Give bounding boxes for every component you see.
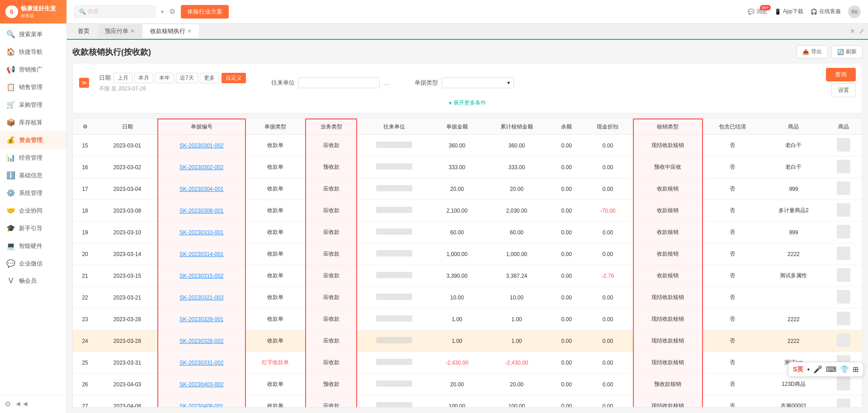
filter-date-opt-上月[interactable]: 上月 (113, 73, 132, 83)
voucher-link-4[interactable]: SK-20230310-001 (179, 229, 223, 236)
voucher-link-6[interactable]: SK-20230315-002 (179, 273, 223, 279)
tab-collection[interactable]: 收款核销执行✕ (143, 24, 199, 38)
table-cell-11-9: 0.00 (583, 374, 633, 395)
table-cell-2-5 (357, 178, 431, 200)
voucher-link-5[interactable]: SK-20230314-001 (179, 251, 223, 257)
filter-dots[interactable]: ... (383, 79, 389, 87)
filter-date-opt-近7天[interactable]: 近7天 (176, 73, 198, 83)
table-cell-4-4: 应收款 (306, 222, 357, 243)
sidebar-item-quicknav[interactable]: 🏠快捷导航 (0, 43, 66, 61)
sidebar-icon-enterprise: 🤝 (6, 206, 15, 215)
table-row: 242023-03-28SK-20230328-002收款单应收款1.001.0… (73, 330, 862, 352)
sidebar-label-basic: 基础信息 (19, 171, 42, 180)
topbar-gear-icon[interactable]: ⚙ (169, 7, 175, 16)
ime-dot-icon[interactable]: • (807, 366, 810, 374)
solution-button[interactable]: 体验行业方案 (181, 5, 229, 19)
voucher-link-12[interactable]: SK-20230408-001 (179, 403, 223, 408)
user-avatar[interactable]: Rit (848, 5, 861, 18)
table-header-row: ⚙日期单据编号单据类型业务类型往来单位单据金额累计核销金额余额现金折扣核销类型包… (73, 119, 862, 135)
filter-settings-button[interactable]: 设置 (831, 83, 856, 97)
topbar-online-service[interactable]: 🎧 在线客服 (811, 8, 841, 15)
sidebar-item-purchase[interactable]: 🛒采购管理 (0, 96, 66, 114)
table-cell-7-8: 0.00 (551, 287, 583, 309)
sidebar-item-system[interactable]: ⚙️系统管理 (0, 184, 66, 202)
table-cell-1-13 (826, 157, 862, 178)
sidebar-item-marketing[interactable]: 📢营销推广 (0, 61, 66, 78)
sidebar-settings-icon[interactable]: ⚙ (5, 400, 11, 408)
ime-shirt-icon[interactable]: 👕 (840, 365, 849, 374)
tab-home[interactable]: 首页 (71, 24, 97, 38)
tab-payable[interactable]: 预应付单✕ (98, 24, 142, 38)
export-icon: 📤 (802, 49, 809, 55)
voucher-link-0[interactable]: SK-20230301-002 (179, 142, 223, 149)
table-cell-9-5 (357, 330, 431, 352)
sidebar-item-basic[interactable]: ℹ️基础信息 (0, 166, 66, 184)
sidebar-item-hardware[interactable]: 💻智能硬件 (0, 237, 66, 255)
sidebar-item-enterprise[interactable]: 🤝企业协同 (0, 202, 66, 219)
voucher-type-select[interactable]: ▾ (442, 77, 514, 88)
table-cell-0-12: 老白干 (762, 135, 826, 157)
filter-date-opt-本月[interactable]: 本月 (134, 73, 153, 83)
table-cell-1-12: 老白干 (762, 157, 826, 178)
export-button[interactable]: 📤 导出 (797, 45, 828, 58)
sidebar-item-wechat[interactable]: 💬企业微信 (0, 255, 66, 272)
filter-date-opt-更多[interactable]: 更多 (200, 73, 219, 83)
table-cell-9-11: 否 (703, 330, 762, 352)
tab-close-collection[interactable]: ✕ (187, 28, 192, 34)
voucher-link-8[interactable]: SK-20230328-001 (179, 316, 223, 323)
sidebar-label-operation: 经营管理 (19, 154, 42, 162)
table-cell-5-2: SK-20230314-001 (158, 243, 245, 265)
ime-mic-icon[interactable]: 🎤 (813, 365, 822, 374)
sidebar-item-inventory[interactable]: 📦库存核算 (0, 114, 66, 131)
tab-close-payable[interactable]: ✕ (130, 28, 135, 34)
table-cell-8-4: 应收款 (306, 309, 357, 330)
sidebar-item-operation[interactable]: 📊经营管理 (0, 149, 66, 166)
filter-expand-more-row[interactable]: ▾ 展开更多条件 (79, 97, 856, 109)
table-cell-10-0: 25 (73, 352, 97, 374)
table-cell-1-2: SK-20230302-002 (158, 157, 245, 178)
filter-custom-date-button[interactable]: 自定义 (222, 73, 246, 83)
filter-date-opt-本年[interactable]: 本年 (155, 73, 174, 83)
voucher-link-11[interactable]: SK-20230403-002 (179, 381, 223, 388)
sidebar-item-finance[interactable]: 💰资金管理 (0, 131, 66, 149)
sidebar-icon-operation: 📊 (6, 153, 15, 162)
table-cell-4-12: 999 (762, 222, 826, 243)
table-cell-12-3: 收款单 (245, 395, 306, 408)
voucher-link-1[interactable]: SK-20230302-002 (179, 164, 223, 171)
filter-expand-button[interactable]: ≫ (79, 78, 89, 88)
topbar-messages[interactable]: 💬 消息 99+ (748, 8, 767, 15)
topbar-dropdown-arrow[interactable]: ▾ (161, 9, 164, 15)
sidebar-item-member[interactable]: V畅会员 (0, 272, 66, 290)
sidebar-item-sales[interactable]: 📋销售管理 (0, 78, 66, 96)
refresh-button[interactable]: 🔄 刷新 (831, 45, 863, 58)
sidebar-bottom: ⚙ ◄◄ (0, 395, 66, 413)
table-cell-5-3: 收款单 (245, 243, 306, 265)
table-cell-2-12: 999 (762, 178, 826, 200)
voucher-link-2[interactable]: SK-20230304-001 (179, 186, 223, 192)
counterpart-input[interactable] (298, 77, 380, 88)
topbar-search[interactable]: 🔍 搜索 (74, 5, 156, 18)
table-col-settings-icon[interactable]: ⚙ (83, 123, 88, 130)
sidebar-collapse-icon[interactable]: ◄◄ (14, 400, 29, 408)
voucher-link-10[interactable]: SK-20230331-002 (179, 360, 223, 366)
table-cell-2-6: 20.00 (431, 178, 483, 200)
voucher-link-3[interactable]: SK-20230308-001 (179, 208, 223, 214)
table-cell-9-1: 2023-03-28 (97, 330, 158, 352)
voucher-link-9[interactable]: SK-20230328-002 (179, 338, 223, 344)
voucher-link-7[interactable]: SK-20230321-003 (179, 294, 223, 301)
table-cell-0-10: 现结收款核销 (633, 135, 703, 157)
sidebar-item-guide[interactable]: 🎓新手引导 (0, 219, 66, 237)
table-cell-3-5 (357, 200, 431, 222)
tab-fullscreen-icon[interactable]: ⤢ (859, 28, 864, 35)
table-cell-6-5 (357, 265, 431, 287)
table-cell-11-11: 否 (703, 374, 762, 395)
ime-keyboard-icon[interactable]: ⌨ (826, 365, 836, 374)
sidebar-label-guide: 新手引导 (19, 224, 42, 233)
ime-grid-icon[interactable]: ⊞ (853, 365, 859, 374)
sidebar-label-enterprise: 企业协同 (19, 207, 42, 215)
topbar-app-download[interactable]: 📱 App下载 (774, 8, 803, 15)
tab-close-all-icon[interactable]: ✕ (850, 28, 855, 35)
query-button[interactable]: 查询 (826, 68, 856, 81)
sidebar-item-search[interactable]: 🔍搜索菜单 (0, 25, 66, 43)
tabs-bar: 首页预应付单✕收款核销执行✕ ✕ ⤢ (67, 24, 868, 40)
